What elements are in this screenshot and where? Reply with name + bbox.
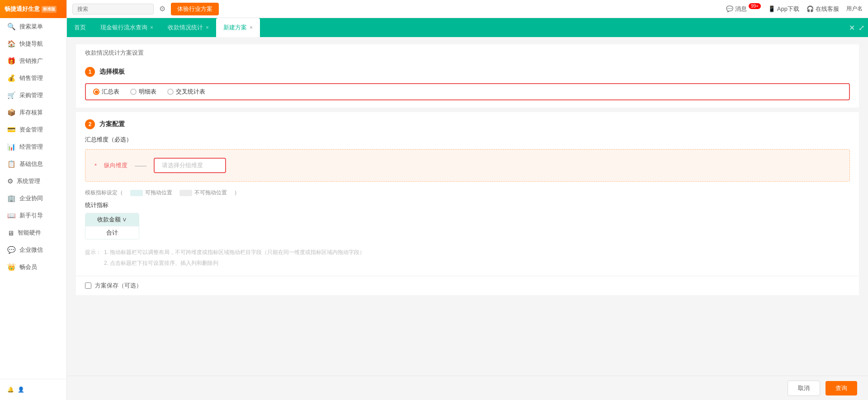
main: ⚙ 体验行业方案 💬 消息 99+ 📱 App下载 🎧 在线客服 用户名 首页现…	[67, 0, 868, 400]
indicator-name: 收款金额	[97, 216, 121, 223]
purchase-icon: 🛒	[7, 91, 16, 99]
step2-title: 方案配置	[99, 120, 125, 128]
indicator-head-cell[interactable]: 收款金额 ∨	[85, 213, 139, 226]
download-label: App下载	[777, 5, 799, 13]
tabbar: 首页现金银行流水查询×收款情况统计×新建方案× ✕ ⤢	[67, 18, 868, 37]
finance-icon: 💳	[7, 126, 16, 134]
tab-close-receipts[interactable]: ×	[206, 24, 209, 31]
tab-close-new[interactable]: ×	[250, 24, 253, 31]
sidebar-item-finance[interactable]: 💳资金管理	[0, 121, 66, 138]
step1-num: 1	[85, 67, 95, 77]
logo-text: 畅捷通好生意	[5, 5, 40, 13]
step1-section: 1 选择模板 汇总表 明细表 交叉统计表	[76, 60, 859, 108]
sidebar-label-purchase: 采购管理	[19, 91, 43, 99]
legend-unmovable: 不可拖动位置	[179, 189, 227, 197]
tab-receipts[interactable]: 收款情况统计×	[160, 18, 216, 37]
search-icon: 🔍	[7, 23, 16, 31]
indicator-sub-cell: 合计	[85, 226, 139, 239]
download-icon: 📱	[768, 5, 775, 12]
movable-label: 可拖动位置	[145, 189, 172, 197]
hint-1: 提示： 1. 拖动标题栏可以调整布局，不可跨维度或指标区域拖动栏目字段（只能在同…	[85, 247, 850, 258]
tab-cashflow[interactable]: 现金银行流水查询×	[93, 18, 160, 37]
sidebar-label-finance: 资金管理	[19, 126, 43, 134]
radio-label-detail: 明细表	[139, 88, 156, 96]
sidebar-label-quicknav: 快捷导航	[19, 40, 43, 48]
system-icon: ⚙	[7, 177, 13, 185]
movable-box	[130, 190, 143, 196]
sidebar-logo: 畅捷通好生意 标准版	[0, 0, 66, 18]
sidebar-item-purchase[interactable]: 🛒采购管理	[0, 87, 66, 104]
hint-text-2: 2. 点击标题栏下拉可设置排序、插入列和删除列	[104, 258, 218, 268]
step1-header: 1 选择模板	[85, 67, 850, 77]
sidebar-item-basic[interactable]: 📋基础信息	[0, 155, 66, 173]
sidebar-label-search: 搜索菜单	[19, 23, 43, 31]
unmovable-box	[179, 190, 192, 196]
step2-header: 2 方案配置	[85, 119, 850, 129]
newbie-icon: 📖	[7, 212, 16, 220]
radio-summary[interactable]: 汇总表	[93, 88, 119, 96]
dim-title: 汇总维度（必选）	[85, 136, 850, 144]
dim-select[interactable]: 请选择分组维度	[154, 158, 226, 173]
radio-label-summary: 汇总表	[102, 88, 119, 96]
topbar: ⚙ 体验行业方案 💬 消息 99+ 📱 App下载 🎧 在线客服 用户名	[67, 0, 868, 18]
topbar-right: 💬 消息 99+ 📱 App下载 🎧 在线客服 用户名	[726, 5, 863, 13]
sidebar-item-quicknav[interactable]: 🏠快捷导航	[0, 35, 66, 52]
indicator-legend: 模板指标设定（ 可拖动位置 不可拖动位置 ）	[85, 189, 850, 197]
action-button[interactable]: 体验行业方案	[171, 3, 219, 15]
service-button[interactable]: 🎧 在线客服	[807, 5, 839, 13]
sidebar-item-sales[interactable]: 💰销售管理	[0, 70, 66, 87]
app-download-button[interactable]: 📱 App下载	[768, 5, 799, 13]
service-icon: 🎧	[807, 5, 814, 12]
step2-num: 2	[85, 119, 95, 129]
cancel-button[interactable]: 取消	[788, 381, 820, 396]
indicator-settings: 模板指标设定（ 可拖动位置 不可拖动位置 ） 统计指标	[85, 189, 850, 240]
sidebar-label-operation: 经营管理	[19, 143, 43, 151]
maximize-icon[interactable]: ⤢	[859, 24, 864, 32]
sidebar-label-marketing: 营销推广	[19, 57, 43, 65]
username-label: 用户名	[846, 5, 863, 13]
tab-home[interactable]: 首页	[67, 18, 93, 37]
sidebar-item-marketing[interactable]: 🎁营销推广	[0, 52, 66, 70]
legend-movable: 可拖动位置	[130, 189, 172, 197]
operation-icon: 📊	[7, 143, 16, 151]
message-icon: 💬	[726, 5, 733, 12]
save-checkbox[interactable]	[85, 282, 91, 289]
radio-dot-cross	[167, 89, 174, 95]
sidebar-bottom: 🔔 👤	[0, 379, 66, 400]
sidebar-item-member[interactable]: 👑畅会员	[0, 259, 66, 276]
messages-button[interactable]: 💬 消息 99+	[726, 5, 761, 13]
sidebar-bottom-icons: 🔔 👤	[0, 383, 66, 396]
close-window-icon[interactable]: ✕	[849, 24, 855, 32]
vertical-dim-label: 纵向维度	[104, 161, 127, 169]
sidebar-item-wechat[interactable]: 💬企业微信	[0, 241, 66, 259]
sidebar-item-system[interactable]: ⚙系统管理	[0, 173, 66, 190]
sidebar-item-inventory[interactable]: 📦库存核算	[0, 104, 66, 121]
indicator-table: 收款金额 ∨ 合计	[85, 213, 139, 240]
tab-new[interactable]: 新建方案×	[216, 18, 260, 37]
radio-detail[interactable]: 明细表	[130, 88, 156, 96]
hint-text-1: 1. 拖动标题栏可以调整布局，不可跨维度或指标区域拖动栏目字段（只能在同一维度或…	[104, 247, 365, 258]
required-star: *	[94, 162, 97, 169]
sidebar-item-corp[interactable]: 🏢企业协同	[0, 190, 66, 207]
sidebar-item-operation[interactable]: 📊经营管理	[0, 138, 66, 155]
query-button[interactable]: 查询	[826, 381, 857, 395]
sales-icon: 💰	[7, 74, 16, 82]
message-badge: 99+	[749, 3, 761, 9]
basic-icon: 📋	[7, 160, 16, 168]
footer: 取消 查询	[67, 376, 868, 400]
gear-icon[interactable]: ⚙	[159, 5, 165, 13]
radio-cross[interactable]: 交叉统计表	[167, 88, 205, 96]
sidebar-item-search[interactable]: 🔍搜索菜单	[0, 18, 66, 35]
topbar-search[interactable]	[72, 4, 154, 14]
hints: 提示： 1. 拖动标题栏可以调整布局，不可跨维度或指标区域拖动栏目字段（只能在同…	[85, 247, 850, 268]
service-label: 在线客服	[816, 5, 839, 13]
tab-label-receipts: 收款情况统计	[168, 24, 203, 32]
sidebar-label-member: 畅会员	[19, 263, 37, 271]
sidebar-item-newbie[interactable]: 📖新手引导	[0, 207, 66, 224]
sidebar-label-hardware: 智能硬件	[18, 229, 41, 237]
sidebar-item-hardware[interactable]: 🖥智能硬件	[0, 224, 66, 241]
page-title: 收款情况统计方案设置	[76, 44, 859, 60]
save-row: 方案保存（可选）	[76, 276, 859, 295]
logo-badge: 标准版	[42, 6, 57, 13]
tab-close-cashflow[interactable]: ×	[150, 24, 153, 31]
